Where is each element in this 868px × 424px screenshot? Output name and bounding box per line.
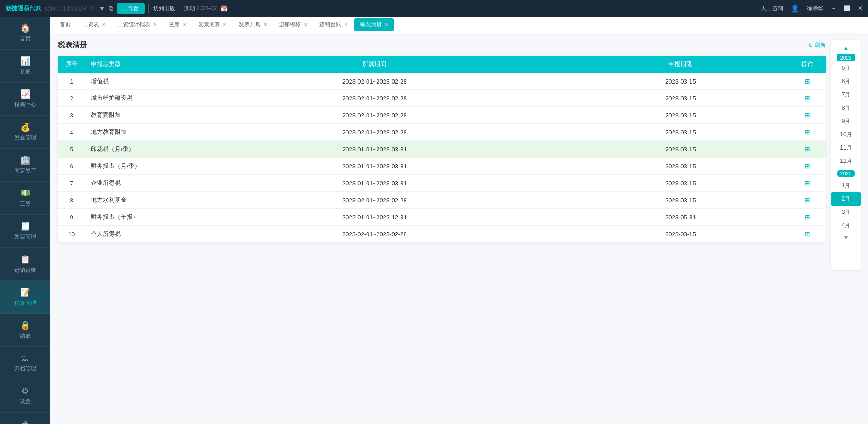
tab-sales-audit[interactable]: 进销稽核 ✕: [273, 18, 313, 31]
cell-type: 城市维护建设税: [85, 90, 177, 107]
cell-deadline: 2023-03-15: [572, 175, 789, 192]
table-row: 8地方水利基金2023-02-01~2023-02-282023-03-15⊞: [58, 192, 826, 209]
cell-index: 3: [58, 107, 85, 124]
cell-type: 增值税: [85, 73, 177, 90]
dropdown-icon[interactable]: ▼: [99, 5, 105, 12]
invoice-icon: 🧾: [20, 221, 30, 231]
tab-invoice-calc-close[interactable]: ✕: [223, 22, 227, 27]
refresh-icon: ↻: [808, 42, 813, 49]
action-icon-button[interactable]: ⊞: [805, 213, 810, 221]
sidebar-item-assets[interactable]: 🏢 固定资产: [0, 149, 50, 182]
cell-action: ⊞: [789, 141, 826, 158]
tab-tax-list[interactable]: 税表清册 ✕: [354, 18, 394, 31]
sidebar-item-funds[interactable]: 💰 资金管理: [0, 116, 50, 149]
tab-invoice-calc-label: 发票测算: [198, 21, 220, 28]
tab-sales-audit-close[interactable]: ✕: [304, 22, 307, 27]
close-button[interactable]: ✕: [858, 5, 862, 11]
tab-salary-stats-close[interactable]: ✕: [153, 22, 157, 27]
date-month-11[interactable]: 11月: [831, 141, 861, 155]
date-month-6[interactable]: 6月: [831, 75, 861, 88]
sidebar-label-ledger: 总账: [20, 68, 31, 76]
tab-tax-list-close[interactable]: ✕: [384, 22, 388, 27]
cell-action: ⊞: [789, 226, 826, 243]
tab-invoice-open-close[interactable]: ✕: [263, 22, 267, 27]
sidebar-item-closing[interactable]: 🔒 结账: [0, 314, 50, 347]
sidebar: 🏠 首页 📊 总账 📈 报表中心 💰 资金管理 🏢 固定资产 💵 工资 🧾 发票…: [0, 17, 50, 424]
cell-index: 4: [58, 124, 85, 141]
sidebar-item-reports[interactable]: 📈 报表中心: [0, 83, 50, 116]
refresh-label: 刷新: [815, 41, 826, 49]
action-icon-button[interactable]: ⊞: [805, 145, 810, 153]
tax-icon: 📝: [20, 287, 30, 297]
date-month-4[interactable]: 4月: [831, 219, 861, 232]
col-header-period: 所属期间: [177, 56, 572, 73]
date-month-3[interactable]: 3月: [831, 206, 861, 219]
action-icon-button[interactable]: ⊞: [805, 95, 810, 102]
date-month-10[interactable]: 10月: [831, 128, 861, 141]
sidebar-item-invoice[interactable]: 🧾 发票管理: [0, 215, 50, 248]
sidebar-label-funds: 资金管理: [14, 134, 36, 142]
action-icon-button[interactable]: ⊞: [805, 230, 810, 238]
cell-deadline: 2023-03-15: [572, 73, 789, 90]
cell-action: ⊞: [789, 124, 826, 141]
action-icon-button[interactable]: ⊞: [805, 196, 810, 204]
sidebar-item-ledger[interactable]: 📊 总账: [0, 50, 50, 83]
sidebar-label-assets: 固定资产: [14, 167, 36, 175]
workspace-button[interactable]: 工作台: [117, 3, 145, 14]
tab-salary-table-close[interactable]: ✕: [102, 22, 106, 27]
tab-sales-ledger[interactable]: 进销台账 ✕: [314, 18, 353, 31]
tab-home[interactable]: 首页: [54, 18, 76, 31]
cell-type: 财务报表（年报）: [85, 209, 177, 226]
date-month-2[interactable]: 2月: [831, 192, 861, 206]
action-icon-button[interactable]: ⊞: [805, 112, 810, 119]
cell-period: 2023-02-01~2023-02-28: [177, 107, 572, 124]
date-panel-down-arrow[interactable]: ▼: [841, 232, 851, 243]
date-panel-year-2023: 2023: [831, 54, 861, 61]
refresh-button[interactable]: ↻ 刷新: [808, 41, 826, 49]
maximize-button[interactable]: ⬜: [844, 5, 851, 11]
tab-sales-ledger-close[interactable]: ✕: [344, 22, 348, 27]
copy-icon[interactable]: ⧉: [109, 5, 113, 12]
calendar-icon[interactable]: 📅: [220, 5, 228, 12]
minimize-button[interactable]: －: [831, 5, 836, 12]
date-month-8[interactable]: 8月: [831, 101, 861, 115]
sidebar-item-sales-ledger[interactable]: 📋 进销台账: [0, 248, 50, 281]
date-picker-panel: ▲ 2023 5月 6月 7月 8月 9月 10月 11月 12月 2023 1…: [831, 40, 861, 270]
cell-index: 9: [58, 209, 85, 226]
action-icon-button[interactable]: ⊞: [805, 128, 810, 136]
sidebar-item-settings[interactable]: ⚙ 设置: [0, 379, 50, 413]
cell-action: ⊞: [789, 175, 826, 192]
sidebar-item-guide[interactable]: ✚ 新手引导: [0, 413, 50, 424]
action-icon-button[interactable]: ⊞: [805, 162, 810, 170]
action-icon-button[interactable]: ⊞: [805, 78, 810, 85]
ai-consult-button[interactable]: 人工咨询: [761, 5, 783, 12]
date-month-9[interactable]: 9月: [831, 115, 861, 128]
date-month-5[interactable]: 5月: [831, 61, 861, 75]
tab-invoice-close[interactable]: ✕: [183, 22, 186, 27]
sidebar-label-invoice: 发票管理: [14, 233, 36, 241]
tab-salary-table[interactable]: 工资表 ✕: [77, 18, 111, 31]
cell-deadline: 2023-03-15: [572, 107, 789, 124]
tab-invoice[interactable]: 发票 ✕: [163, 18, 192, 31]
user-avatar: 👤: [790, 4, 800, 13]
table-row: 10个人所得税2023-02-01~2023-02-282023-03-15⊞: [58, 226, 826, 243]
date-month-12[interactable]: 12月: [831, 155, 861, 168]
tab-salary-stats[interactable]: 工资统计报表 ✕: [112, 18, 162, 31]
sidebar-item-archive[interactable]: 🗂 归档管理: [0, 347, 50, 379]
old-version-button[interactable]: 切到旧版: [148, 3, 180, 14]
date-month-1[interactable]: 1月: [831, 179, 861, 192]
action-icon-button[interactable]: ⊞: [805, 179, 810, 187]
year-badge-2023: 2023: [837, 54, 855, 61]
date-month-7[interactable]: 7月: [831, 88, 861, 101]
sidebar-item-tax[interactable]: 📝 税务管理: [0, 281, 50, 314]
page-title: 税表清册: [58, 40, 87, 50]
tab-invoice-label: 发票: [169, 21, 180, 28]
username-label[interactable]: 徐涂华: [807, 5, 823, 12]
table-row: 5印花税（月/季）2023-01-01~2023-03-312023-03-15…: [58, 141, 826, 158]
sidebar-item-home[interactable]: 🏠 首页: [0, 17, 50, 50]
tab-invoice-open[interactable]: 发票开具 ✕: [233, 18, 273, 31]
date-panel-up-arrow[interactable]: ▲: [840, 42, 851, 54]
col-header-index: 序号: [58, 56, 85, 73]
tab-invoice-calc[interactable]: 发票测算 ✕: [193, 18, 232, 31]
sidebar-item-salary[interactable]: 💵 工资: [0, 182, 50, 215]
